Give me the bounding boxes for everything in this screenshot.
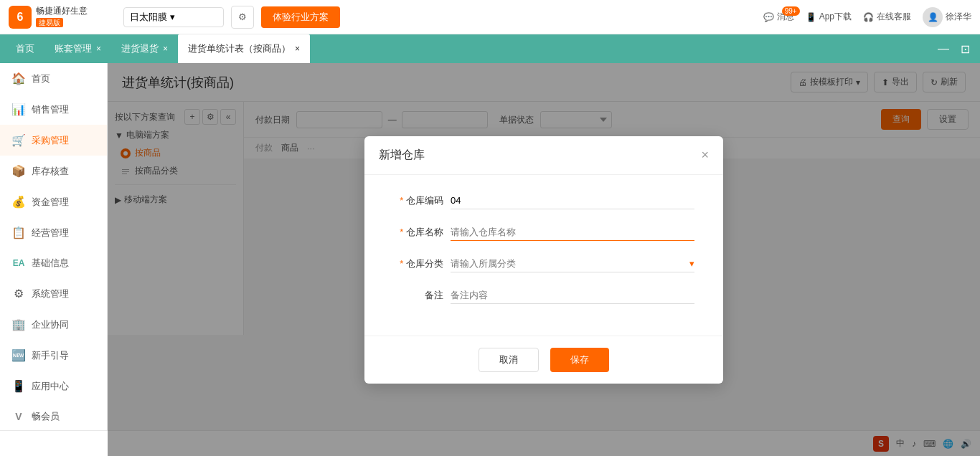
form-row-category: 仓库分类 ▾: [393, 255, 694, 272]
sidebar-item-system-label: 系统管理: [32, 288, 69, 300]
newbie-icon: 🆕: [11, 348, 26, 362]
sidebar-item-home[interactable]: 🏠 首页: [0, 63, 107, 94]
operations-icon: 📋: [11, 226, 26, 239]
header-right: 💬 消息 99+ 📱 App下载 🎧 在线客服 👤 徐泽华: [763, 7, 971, 27]
tab-account-close[interactable]: ×: [96, 44, 101, 54]
tab-purchase-stats[interactable]: 进货单统计表（按商品） ×: [178, 34, 310, 63]
note-input[interactable]: [451, 287, 694, 304]
code-input[interactable]: [451, 192, 694, 209]
category-dropdown-arrow: ▾: [689, 258, 694, 269]
sidebar-item-purchase-label: 采购管理: [32, 134, 69, 147]
app-download-label: App下载: [819, 11, 852, 23]
sidebar-item-app-center-label: 应用中心: [32, 380, 69, 393]
save-button[interactable]: 保存: [550, 348, 609, 372]
note-label: 备注: [393, 289, 443, 302]
sidebar-item-inventory-label: 库存核查: [32, 165, 69, 178]
sidebar-item-finance[interactable]: 💰 资金管理: [0, 186, 107, 217]
content-area: 进货单统计(按商品) 🖨 按模板打印 ▾ ⬆ 导出 ↻ 刷新: [108, 63, 980, 456]
modal-close-button[interactable]: ×: [701, 148, 709, 163]
sidebar-item-basic-info[interactable]: EA 基础信息: [0, 248, 107, 278]
modal-body: 仓库编码 仓库名称 仓库分类 ▾: [364, 175, 723, 336]
store-selector[interactable]: 日太阳膜 ▾: [123, 7, 224, 27]
app-logo-icon: 6: [9, 6, 32, 29]
category-label: 仓库分类: [393, 257, 443, 270]
tab-purchase-stats-label: 进货单统计表（按商品）: [188, 42, 291, 55]
sidebar-item-finance-label: 资金管理: [32, 196, 69, 209]
sidebar-item-basic-info-label: 基础信息: [32, 257, 69, 270]
member-icon: V: [11, 411, 26, 422]
user-name: 徐泽华: [946, 11, 971, 23]
enterprise-icon: 🏢: [11, 318, 26, 331]
sidebar-item-enterprise-label: 企业协同: [32, 318, 69, 331]
sidebar-item-home-label: 首页: [32, 72, 50, 85]
online-service-button[interactable]: 🎧 在线客服: [863, 11, 911, 23]
gear-icon: ⚙: [238, 11, 247, 22]
message-icon: 💬: [763, 12, 774, 22]
modal-title: 新增仓库: [379, 148, 425, 163]
sidebar-item-member[interactable]: V 畅会员: [0, 402, 107, 432]
store-dropdown-arrow: ▾: [170, 11, 175, 22]
phone-icon: 📱: [806, 12, 816, 22]
form-row-name: 仓库名称: [393, 224, 694, 241]
sidebar-item-purchase[interactable]: 🛒 采购管理: [0, 125, 107, 156]
app-download-button[interactable]: 📱 App下载: [806, 11, 852, 23]
name-label: 仓库名称: [393, 226, 443, 239]
tab-purchase-return-label: 进货退货: [121, 42, 159, 55]
sidebar-item-member-label: 畅会员: [32, 410, 60, 423]
system-icon: ⚙: [11, 287, 26, 300]
sidebar-item-operations[interactable]: 📋 经营管理: [0, 217, 107, 248]
top-header: 6 畅捷通好生意 捷易版 日太阳膜 ▾ ⚙ 体验行业方案 💬 消息 99+ 📱 …: [0, 0, 980, 34]
new-warehouse-modal: 新增仓库 × 仓库编码 仓库名称 仓库分类: [364, 136, 723, 384]
tab-home[interactable]: 首页: [6, 34, 44, 63]
sidebar-item-app-center[interactable]: 📱 应用中心: [0, 371, 107, 402]
tab-actions: — ⊡: [933, 41, 974, 57]
tab-purchase-return[interactable]: 进货退货 ×: [111, 34, 178, 63]
modal-header: 新增仓库 ×: [364, 136, 723, 175]
tab-account-label: 账套管理: [55, 42, 92, 55]
modal-footer: 取消 保存: [364, 336, 723, 384]
sidebar: 🏠 首页 📊 销售管理 🛒 采购管理 📦 库存核查 💰 资金管理 📋 经营管理 …: [0, 63, 108, 456]
sidebar-item-sales[interactable]: 📊 销售管理: [0, 94, 107, 125]
tab-purchase-return-close[interactable]: ×: [163, 44, 168, 54]
app-badge: 捷易版: [36, 18, 63, 27]
cancel-button[interactable]: 取消: [479, 348, 539, 372]
main-layout: 🏠 首页 📊 销售管理 🛒 采购管理 📦 库存核查 💰 资金管理 📋 经营管理 …: [0, 63, 980, 456]
sidebar-item-sales-label: 销售管理: [32, 103, 69, 116]
tab-purchase-stats-close[interactable]: ×: [295, 44, 300, 54]
sales-icon: 📊: [11, 103, 26, 116]
messages-badge: 99+: [782, 6, 800, 16]
settings-gear-button[interactable]: ⚙: [231, 6, 254, 29]
home-icon: 🏠: [11, 72, 26, 85]
sidebar-item-operations-label: 经营管理: [32, 227, 69, 239]
category-input[interactable]: [451, 258, 689, 269]
user-profile-button[interactable]: 👤 徐泽华: [923, 7, 971, 27]
logo-area: 6 畅捷通好生意 捷易版: [9, 6, 116, 29]
tab-maximize-button[interactable]: ⊡: [956, 41, 974, 57]
online-service-label: 在线客服: [877, 11, 911, 23]
app-center-icon: 📱: [11, 379, 26, 393]
finance-icon: 💰: [11, 195, 26, 209]
purchase-icon: 🛒: [11, 133, 26, 147]
tab-account[interactable]: 账套管理 ×: [44, 34, 111, 63]
tab-minimize-button[interactable]: —: [933, 41, 953, 57]
app-name: 畅捷通好生意: [36, 6, 88, 17]
sidebar-item-system[interactable]: ⚙ 系统管理: [0, 278, 107, 309]
trial-button[interactable]: 体验行业方案: [261, 6, 340, 28]
sidebar-item-newbie-label: 新手引导: [32, 349, 69, 362]
form-row-note: 备注: [393, 287, 694, 304]
code-label: 仓库编码: [393, 194, 443, 207]
basic-info-icon: EA: [11, 258, 26, 268]
name-input[interactable]: [451, 224, 694, 241]
headset-icon: 🎧: [863, 12, 874, 22]
store-name: 日太阳膜: [130, 11, 167, 24]
sidebar-item-enterprise[interactable]: 🏢 企业协同: [0, 309, 107, 340]
sidebar-item-inventory[interactable]: 📦 库存核查: [0, 156, 107, 186]
category-select-wrapper[interactable]: ▾: [451, 255, 694, 272]
tab-home-label: 首页: [16, 42, 34, 55]
sidebar-item-newbie[interactable]: 🆕 新手引导: [0, 340, 107, 371]
inventory-icon: 📦: [11, 164, 26, 178]
messages-button[interactable]: 💬 消息 99+: [763, 11, 794, 23]
form-row-code: 仓库编码: [393, 192, 694, 209]
avatar: 👤: [923, 7, 943, 27]
modal-overlay: 新增仓库 × 仓库编码 仓库名称 仓库分类: [108, 63, 980, 456]
